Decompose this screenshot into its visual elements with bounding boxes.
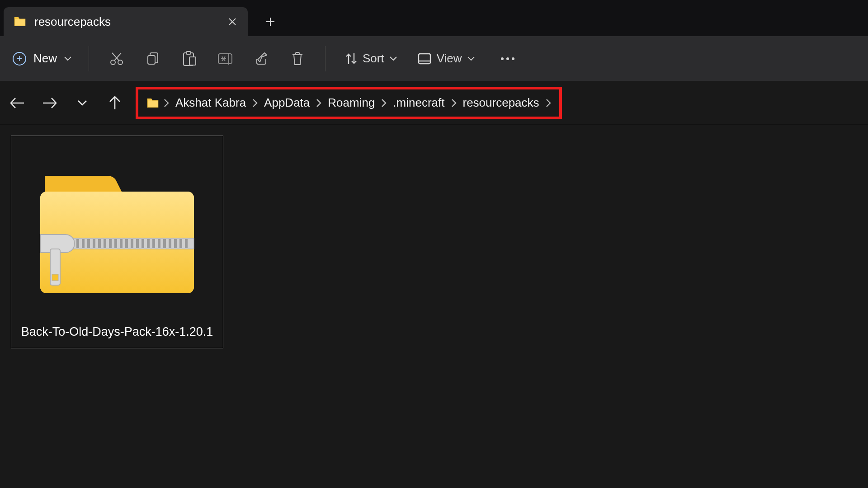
chevron-down-icon bbox=[77, 100, 87, 106]
new-button[interactable]: + New bbox=[13, 52, 71, 66]
svg-rect-32 bbox=[136, 239, 139, 248]
arrow-left-icon bbox=[9, 97, 25, 109]
svg-rect-36 bbox=[158, 239, 160, 248]
breadcrumb-item[interactable]: AppData bbox=[262, 96, 311, 110]
sort-button[interactable]: Sort bbox=[343, 45, 400, 72]
tab-active[interactable]: resourcepacks bbox=[4, 7, 248, 36]
content-pane[interactable]: Back-To-Old-Days-Pack-16x-1.20.1 bbox=[0, 125, 868, 488]
trash-icon bbox=[291, 51, 304, 66]
close-icon bbox=[228, 18, 236, 26]
file-item[interactable]: Back-To-Old-Days-Pack-16x-1.20.1 bbox=[11, 136, 223, 348]
breadcrumb-label: resourcepacks bbox=[463, 96, 539, 110]
svg-rect-31 bbox=[131, 239, 133, 248]
sort-button-label: Sort bbox=[363, 52, 384, 66]
svg-rect-33 bbox=[142, 239, 144, 248]
tab-title: resourcepacks bbox=[34, 15, 215, 29]
svg-point-0 bbox=[111, 60, 115, 65]
svg-rect-38 bbox=[169, 239, 171, 248]
chevron-right-icon bbox=[546, 99, 551, 108]
svg-rect-35 bbox=[152, 239, 155, 248]
recent-locations-button[interactable] bbox=[71, 91, 94, 115]
svg-rect-30 bbox=[125, 239, 128, 248]
svg-rect-4 bbox=[186, 52, 191, 54]
folder-icon bbox=[14, 16, 26, 27]
svg-rect-2 bbox=[148, 56, 155, 64]
svg-rect-28 bbox=[114, 239, 117, 248]
folder-icon bbox=[146, 98, 159, 108]
arrow-up-icon bbox=[109, 96, 121, 110]
svg-rect-25 bbox=[98, 239, 101, 248]
svg-rect-37 bbox=[163, 239, 166, 248]
toolbar-separator bbox=[325, 46, 326, 71]
back-button[interactable] bbox=[5, 91, 29, 115]
svg-point-1 bbox=[118, 60, 123, 65]
chevron-down-icon bbox=[390, 56, 397, 61]
toolbar: + New bbox=[0, 36, 868, 81]
svg-rect-27 bbox=[109, 239, 112, 248]
svg-rect-5 bbox=[189, 57, 196, 65]
chevron-down-icon bbox=[64, 56, 71, 61]
copy-icon bbox=[146, 52, 160, 66]
copy-button[interactable] bbox=[142, 45, 163, 72]
scissors-icon bbox=[109, 52, 124, 66]
view-icon bbox=[418, 53, 431, 65]
svg-rect-39 bbox=[174, 239, 177, 248]
forward-button[interactable] bbox=[38, 91, 61, 115]
share-icon bbox=[254, 52, 269, 66]
breadcrumb-item[interactable]: Akshat Kabra bbox=[174, 96, 248, 110]
tab-bar: resourcepacks bbox=[0, 0, 868, 36]
chevron-right-icon bbox=[316, 99, 321, 108]
file-name: Back-To-Old-Days-Pack-16x-1.20.1 bbox=[21, 325, 213, 339]
up-button[interactable] bbox=[103, 91, 127, 115]
breadcrumb-item[interactable]: resourcepacks bbox=[461, 96, 541, 110]
breadcrumb-label: Roaming bbox=[328, 96, 375, 110]
view-button[interactable]: View bbox=[415, 45, 477, 72]
clipboard-icon bbox=[182, 51, 196, 67]
svg-rect-43 bbox=[52, 274, 58, 281]
breadcrumb-label: AppData bbox=[264, 96, 310, 110]
chevron-right-icon bbox=[252, 99, 258, 108]
svg-rect-24 bbox=[93, 239, 95, 248]
zip-folder-icon bbox=[31, 167, 203, 302]
paste-button[interactable] bbox=[179, 45, 199, 72]
breadcrumb-item[interactable]: .minecraft bbox=[391, 96, 446, 110]
share-button[interactable] bbox=[251, 45, 272, 72]
plus-icon bbox=[265, 17, 275, 27]
svg-rect-23 bbox=[87, 239, 90, 248]
svg-rect-7 bbox=[419, 54, 430, 64]
chevron-right-icon bbox=[451, 99, 457, 108]
svg-rect-40 bbox=[179, 239, 182, 248]
toolbar-separator bbox=[89, 46, 89, 71]
close-tab-button[interactable] bbox=[223, 13, 241, 31]
more-icon bbox=[500, 57, 515, 61]
chevron-down-icon bbox=[467, 56, 475, 61]
svg-rect-34 bbox=[147, 239, 150, 248]
svg-point-10 bbox=[512, 57, 514, 60]
new-button-label: New bbox=[33, 52, 57, 66]
view-button-label: View bbox=[437, 52, 462, 66]
chevron-right-icon bbox=[381, 99, 387, 108]
breadcrumb-item[interactable]: Roaming bbox=[326, 96, 377, 110]
address-row: Akshat Kabra AppData Roaming .minecraft … bbox=[0, 81, 868, 125]
breadcrumb-label: .minecraft bbox=[393, 96, 444, 110]
breadcrumb[interactable]: Akshat Kabra AppData Roaming .minecraft … bbox=[136, 87, 562, 119]
cut-button[interactable] bbox=[106, 45, 127, 72]
more-button[interactable] bbox=[497, 45, 518, 72]
svg-point-9 bbox=[506, 57, 509, 60]
file-thumbnail bbox=[31, 153, 203, 316]
svg-rect-22 bbox=[82, 239, 85, 248]
sort-icon bbox=[345, 52, 357, 66]
svg-rect-29 bbox=[120, 239, 123, 248]
arrow-right-icon bbox=[42, 97, 57, 109]
svg-rect-21 bbox=[76, 239, 79, 248]
rename-button[interactable] bbox=[215, 45, 236, 72]
rename-icon bbox=[217, 52, 233, 66]
chevron-right-icon bbox=[164, 99, 169, 108]
svg-rect-26 bbox=[104, 239, 106, 248]
delete-button[interactable] bbox=[287, 45, 308, 72]
plus-circle-icon: + bbox=[13, 52, 26, 66]
svg-point-8 bbox=[501, 57, 504, 60]
new-tab-button[interactable] bbox=[256, 7, 285, 36]
svg-rect-41 bbox=[185, 239, 188, 248]
breadcrumb-label: Akshat Kabra bbox=[175, 96, 246, 110]
